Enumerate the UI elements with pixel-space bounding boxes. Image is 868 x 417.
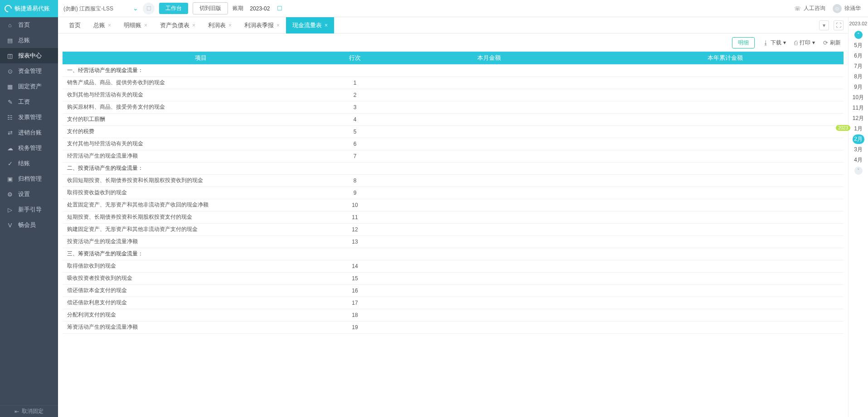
tab-2[interactable]: 明细账× [117, 17, 154, 34]
tab-3[interactable]: 资产负债表× [154, 17, 202, 34]
cell-year [607, 284, 844, 297]
sidebar-item-8[interactable]: ☁税务管理 [0, 140, 58, 156]
pin-icon: ⇤ [15, 408, 19, 415]
table-row: 购买原材料、商品、接受劳务支付的现金3 [63, 101, 844, 113]
print-button[interactable]: ⎙ 打印 ▾ [794, 39, 815, 47]
sidebar-item-label: 结账 [18, 159, 30, 168]
sidebar-item-label: 首页 [18, 21, 30, 29]
sidebar-unpin[interactable]: ⇤ 取消固定 [0, 405, 58, 417]
cell-item: 购建固定资产、无形资产和其他非流动资产支付的现金 [63, 223, 339, 235]
sidebar-item-11[interactable]: ⚙设置 [0, 187, 58, 202]
cell-line: 7 [339, 150, 371, 162]
tab-5[interactable]: 利润表季报× [238, 17, 286, 34]
cell-item: 吸收投资者投资收到的现金 [63, 272, 339, 284]
period-month[interactable]: 8月 [849, 72, 868, 81]
period-month[interactable]: 9月 [849, 82, 868, 92]
cell-month [371, 162, 607, 174]
main: 首页总账×明细账×资产负债表×利润表×利润表季报×现金流量表× ▾ ⛶ 明细 ⭳… [58, 17, 868, 417]
table-row: 收回短期投资、长期债券投资和长期股权投资收到的现金8 [63, 174, 844, 187]
refresh-button[interactable]: ⟳ 刷新 [823, 39, 841, 47]
period-month[interactable]: 1月2023 [849, 124, 868, 134]
sidebar-icon: ✓ [6, 160, 14, 167]
tab-label: 现金流量表 [292, 21, 322, 29]
sidebar-item-label: 资金管理 [18, 67, 42, 75]
close-icon[interactable]: × [325, 22, 328, 29]
cell-month [371, 138, 607, 150]
close-icon[interactable]: × [108, 22, 111, 29]
period-month[interactable]: 11月 [849, 103, 868, 113]
period-month[interactable]: 7月 [849, 62, 868, 71]
sidebar-item-7[interactable]: ⇄进销台账 [0, 125, 58, 140]
cell-year [607, 272, 844, 284]
tab-6[interactable]: 现金流量表× [286, 17, 334, 34]
fullscreen-button[interactable]: ⛶ [834, 20, 844, 30]
sidebar-item-13[interactable]: V畅会员 [0, 217, 58, 233]
consult-link[interactable]: ☏ 人工咨询 [794, 5, 825, 12]
cell-item: 支付其他与经营活动有关的现金 [63, 138, 339, 150]
sidebar-item-0[interactable]: ⌂首页 [0, 17, 58, 33]
tabs-more-button[interactable]: ▾ [819, 20, 829, 30]
cell-item: 投资活动产生的现金流量净额 [63, 235, 339, 248]
period-month[interactable]: 5月 [849, 41, 868, 50]
close-icon[interactable]: × [192, 22, 195, 29]
cell-item: 购买原材料、商品、接受劳务支付的现金 [63, 101, 339, 113]
sidebar-item-1[interactable]: ▤总账 [0, 33, 58, 48]
tab-label: 资产负债表 [160, 21, 189, 29]
company-select[interactable]: (勿删) 江西服宝-LSS ⌄ [63, 5, 138, 13]
cell-line: 4 [339, 113, 371, 125]
history-button[interactable]: ☐ [143, 3, 155, 14]
period-month[interactable]: 4月 [849, 155, 868, 165]
period-up-button[interactable]: ˄ [854, 31, 863, 39]
table-row: 三、筹资活动产生的现金流量： [63, 248, 844, 260]
tab-1[interactable]: 总账× [87, 17, 117, 34]
report-toolbar: 明细 ⭳ 下载 ▾ ⎙ 打印 ▾ ⟳ 刷新 [58, 34, 848, 52]
tab-4[interactable]: 利润表× [202, 17, 238, 34]
period-value[interactable]: 2023-02 [250, 5, 270, 12]
sidebar-item-9[interactable]: ✓结账 [0, 156, 58, 171]
sidebar-item-12[interactable]: ▷新手引导 [0, 202, 58, 217]
sidebar-icon: ☷ [6, 114, 14, 121]
print-label: 打印 [800, 39, 810, 47]
period-month[interactable]: 12月 [849, 114, 868, 123]
cell-month [371, 248, 607, 260]
period-month[interactable]: 3月 [849, 145, 868, 154]
close-icon[interactable]: × [228, 22, 232, 29]
cell-item: 取得借款收到的现金 [63, 260, 339, 272]
table-row: 筹资活动产生的现金流量净额19 [63, 321, 844, 333]
cell-month [371, 113, 607, 125]
calendar-icon[interactable]: ☐ [277, 5, 282, 12]
cell-line: 19 [339, 321, 371, 333]
sidebar-item-3[interactable]: ⊙资金管理 [0, 63, 58, 79]
sidebar-item-4[interactable]: ▦固定资产 [0, 79, 58, 94]
sidebar-item-5[interactable]: ✎工资 [0, 94, 58, 110]
period-down-button[interactable]: ˅ [854, 167, 863, 175]
switch-old-button[interactable]: 切到旧版 [193, 2, 228, 14]
cell-item: 收到其他与经营活动有关的现金 [63, 89, 339, 101]
cell-line: 12 [339, 223, 371, 235]
sidebar-item-10[interactable]: ▣归档管理 [0, 171, 58, 187]
cell-year [607, 125, 844, 138]
download-button[interactable]: ⭳ 下载 ▾ [763, 39, 786, 47]
period-month[interactable]: 2月 [853, 134, 864, 144]
col-year: 本年累计金额 [607, 52, 844, 64]
close-icon[interactable]: × [276, 22, 280, 29]
cell-year [607, 101, 844, 113]
cell-month [371, 297, 607, 309]
cell-item: 销售产成品、商品、提供劳务收到的现金 [63, 77, 339, 89]
period-month[interactable]: 6月 [849, 51, 868, 61]
user-menu[interactable]: ☺ 徐涵华 [833, 4, 861, 13]
cell-item: 短期投资、长期债券投资和长期股权投资支付的现金 [63, 211, 339, 223]
report-table-wrap[interactable]: 项目 行次 本月金额 本年累计金额 一、经营活动产生的现金流量：销售产成品、商品… [58, 52, 848, 417]
sidebar-icon: ▤ [6, 37, 14, 44]
cell-line: 14 [339, 260, 371, 272]
workbench-button[interactable]: 工作台 [159, 3, 188, 14]
tab-0[interactable]: 首页 [63, 17, 87, 34]
close-icon[interactable]: × [144, 22, 147, 29]
sidebar-unpin-label: 取消固定 [22, 407, 44, 415]
year-badge: 2023 [836, 125, 850, 131]
sidebar-item-6[interactable]: ☷发票管理 [0, 110, 58, 125]
sidebar-item-label: 总账 [18, 36, 30, 44]
period-month[interactable]: 10月 [849, 93, 868, 102]
sidebar-item-2[interactable]: ◫报表中心 [0, 48, 58, 63]
detail-button[interactable]: 明细 [732, 37, 755, 48]
